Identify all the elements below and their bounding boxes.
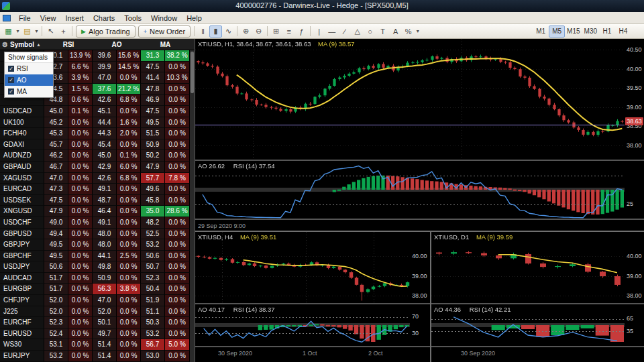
table-row[interactable]: AUDCAD51.70.0 %50.90.0 %52.30.0 % bbox=[0, 273, 190, 284]
symbol-header[interactable]: ⚙ Symbol ▲ bbox=[0, 41, 44, 48]
sort-asc-icon: ▲ bbox=[36, 42, 41, 47]
menu-file[interactable]: File bbox=[14, 13, 36, 23]
timeframe-m15[interactable]: M15 bbox=[565, 25, 582, 38]
table-row[interactable]: UK10045.20.0 %44.41.6 %49.50.0 % bbox=[0, 117, 190, 129]
table-row[interactable]: USDCAD45.00.1 %45.10.0 %47.50.0 % bbox=[0, 106, 190, 117]
h1-time-axis[interactable]: 29 Sep 2020 9:00 bbox=[195, 220, 644, 231]
crosshair-icon[interactable]: + bbox=[57, 25, 70, 38]
timeframe-h1[interactable]: H1 bbox=[599, 25, 615, 38]
dropdown-item-ao[interactable]: ✓AO bbox=[5, 74, 53, 86]
ao-column-header[interactable]: AO bbox=[93, 41, 141, 48]
symbol-cell: USDCAD bbox=[0, 106, 44, 117]
table-row[interactable]: XNGUSD47.90.0 %46.40.0 %35.028.6 % bbox=[0, 206, 190, 217]
table-row[interactable]: GBPAUD46.70.0 %42.96.0 %47.90.0 % bbox=[0, 162, 190, 173]
dropdown-item-ma[interactable]: ✓MA bbox=[5, 86, 53, 97]
toolbar-separator bbox=[72, 26, 72, 36]
rsi-column-header[interactable]: RSI bbox=[44, 41, 93, 48]
table-row[interactable]: USDJPY50.60.0 %49.80.0 %50.70.0 % bbox=[0, 261, 190, 273]
table-row[interactable]: AUDNZD46.20.0 %45.00.1 %50.20.0 % bbox=[0, 150, 190, 162]
market-watch-scrollbar[interactable] bbox=[190, 50, 195, 362]
zoom-out-icon[interactable]: ⊖ bbox=[252, 25, 265, 38]
trendline-icon[interactable]: ∕ bbox=[338, 25, 351, 38]
menu-help[interactable]: Help bbox=[182, 13, 207, 23]
value-cell: 2.0 % bbox=[117, 128, 141, 139]
checkbox-checked-icon[interactable]: ✓ bbox=[8, 66, 14, 72]
horizontal-line-icon[interactable]: — bbox=[325, 25, 338, 38]
cursor-icon[interactable]: ↖ bbox=[44, 25, 57, 38]
d1-indicator-axis[interactable]: 65 35 bbox=[625, 304, 644, 346]
label-tool-icon[interactable]: A bbox=[389, 25, 402, 38]
timeframe-m30[interactable]: M30 bbox=[582, 25, 599, 38]
value-cell: 0.0 % bbox=[68, 139, 93, 151]
timeframe-m1[interactable]: M1 bbox=[533, 25, 549, 38]
candlestick-icon[interactable]: ▮ bbox=[209, 25, 222, 38]
table-row[interactable]: CHFJPY52.00.0 %47.00.0 %51.90.0 % bbox=[0, 295, 190, 306]
table-row[interactable]: EURUSD52.40.0 %49.70.0 %53.20.0 % bbox=[0, 328, 190, 340]
h4-time-axis[interactable]: 30 Sep 2020 1 Oct 2 Oct bbox=[195, 347, 430, 362]
line-chart-icon[interactable]: ∿ bbox=[222, 25, 235, 38]
table-row[interactable]: EURGBP51.70.0 %56.33.8 %50.40.0 % bbox=[0, 284, 190, 295]
scrollbar-thumb[interactable] bbox=[191, 52, 194, 93]
vertical-line-icon[interactable]: | bbox=[313, 25, 325, 38]
table-row[interactable]: USDCHF49.00.0 %49.10.0 %48.20.0 % bbox=[0, 217, 190, 229]
value-cell: 0.0 % bbox=[165, 217, 190, 229]
d1-price-canvas[interactable] bbox=[431, 232, 625, 303]
h4-price-canvas[interactable] bbox=[195, 232, 410, 303]
menu-insert[interactable]: Insert bbox=[60, 13, 89, 23]
table-row[interactable]: FCHI4045.30.0 %44.32.0 %51.50.0 % bbox=[0, 128, 190, 139]
indicators-icon[interactable]: ƒ bbox=[295, 25, 308, 38]
timeframe-h4[interactable]: H4 bbox=[615, 25, 631, 38]
zoom-in-icon[interactable]: ⊕ bbox=[239, 25, 252, 38]
table-row[interactable]: WS3053.10.0 %51.40.0 %56.75.0 % bbox=[0, 339, 190, 351]
profiles-icon[interactable]: ▤ bbox=[21, 25, 34, 38]
table-row[interactable]: GBPCHF49.50.0 %44.12.5 %50.60.0 % bbox=[0, 251, 190, 262]
triangle-shape-icon[interactable]: △ bbox=[351, 25, 364, 38]
new-chart-icon[interactable]: ▦ bbox=[2, 25, 15, 38]
symbol-cell: AUDNZD bbox=[0, 150, 44, 162]
new-chart-caret[interactable]: ▾ bbox=[15, 25, 21, 38]
checkbox-checked-icon[interactable]: ✓ bbox=[8, 77, 14, 83]
table-row[interactable]: EURCHF52.30.0 %50.10.0 %50.30.0 % bbox=[0, 317, 190, 328]
table-row[interactable]: GBPJPY49.50.0 %48.00.0 %53.20.0 % bbox=[0, 239, 190, 251]
h4-indicator-axis[interactable]: 70 30 bbox=[410, 304, 430, 346]
gear-icon[interactable]: ⚙ bbox=[2, 41, 8, 48]
value-cell: 0.0 % bbox=[117, 339, 141, 351]
d1-price-axis[interactable]: 40.00 39.00 38.00 bbox=[625, 232, 644, 303]
table-row[interactable]: USDSEK47.50.0 %48.70.0 %45.80.0 % bbox=[0, 195, 190, 206]
new-order-button[interactable]: +New Order bbox=[138, 25, 191, 38]
value-cell: 50.6 bbox=[44, 261, 68, 273]
window-list-icon[interactable]: ≡ bbox=[282, 25, 295, 38]
timeframe-m5[interactable]: M5 bbox=[549, 25, 565, 38]
profiles-caret[interactable]: ▾ bbox=[34, 25, 40, 38]
h1-price-canvas[interactable] bbox=[195, 39, 625, 160]
menu-view[interactable]: View bbox=[36, 13, 61, 23]
text-tool-icon[interactable]: T bbox=[376, 25, 389, 38]
h1-indicator-axis[interactable]: 25 bbox=[625, 161, 644, 219]
menu-charts[interactable]: Charts bbox=[89, 13, 119, 23]
menu-window[interactable]: Window bbox=[146, 13, 182, 23]
table-row[interactable]: GBPUSD49.40.0 %48.00.0 %52.50.0 % bbox=[0, 229, 190, 240]
tile-windows-icon[interactable]: ⊞ bbox=[270, 25, 282, 38]
value-cell: 47.8 bbox=[141, 84, 165, 95]
value-cell: 5.0 % bbox=[165, 339, 190, 351]
table-row[interactable]: EURCAD47.30.0 %49.10.0 %49.60.0 % bbox=[0, 184, 190, 195]
value-cell: 0.0 % bbox=[117, 261, 141, 273]
dropdown-item-rsi[interactable]: ✓RSI bbox=[5, 63, 53, 74]
menu-tools[interactable]: Tools bbox=[119, 13, 146, 23]
value-cell: 45.3 bbox=[44, 128, 68, 139]
algo-trading-button[interactable]: ▶Algo Trading bbox=[76, 25, 136, 38]
fibo-tool-icon[interactable]: % bbox=[402, 25, 415, 38]
h1-price-axis[interactable]: 40.50 40.00 39.50 39.00 38.50 38.00 38.6… bbox=[625, 39, 644, 160]
ma-column-header[interactable]: MA bbox=[141, 41, 190, 48]
tools-caret[interactable]: ▾ bbox=[415, 25, 421, 38]
value-cell: 0.0 % bbox=[165, 184, 190, 195]
table-row[interactable]: XAGUSD47.00.0 %42.66.8 %57.77.8 % bbox=[0, 173, 190, 184]
bar-chart-icon[interactable]: ‖ bbox=[197, 25, 209, 38]
table-row[interactable]: GDAXI45.70.0 %45.40.0 %50.90.0 % bbox=[0, 139, 190, 151]
ellipse-shape-icon[interactable]: ○ bbox=[364, 25, 376, 38]
table-row[interactable]: J22552.00.0 %52.00.0 %51.10.0 % bbox=[0, 306, 190, 318]
d1-time-axis[interactable]: 30 Sep 2020 bbox=[431, 347, 644, 362]
checkbox-checked-icon[interactable]: ✓ bbox=[8, 88, 14, 95]
h4-price-axis[interactable]: 40.00 39.00 38.00 bbox=[410, 232, 430, 303]
table-row[interactable]: EURJPY53.20.0 %51.40.0 %53.00.0 % bbox=[0, 351, 190, 362]
